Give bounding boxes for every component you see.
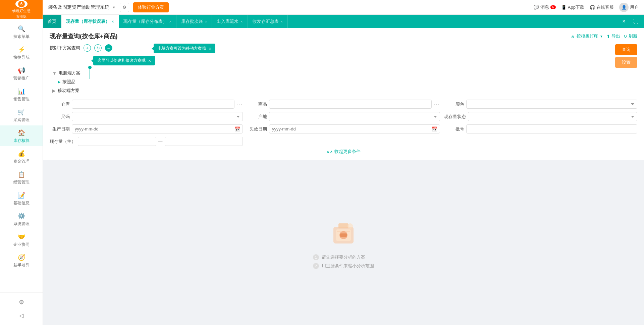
sidebar-item-system[interactable]: ⚙️ 系统管理 xyxy=(0,209,43,229)
color-select[interactable] xyxy=(466,100,637,109)
enterprise-icon: 🤝 xyxy=(17,233,25,241)
page-actions: 🖨 按模板打印 ▼ ⬆ 导出 ↻ 刷新 xyxy=(571,33,637,39)
expiry-date-input[interactable] xyxy=(269,124,440,133)
sidebar-item-marketing-label: 营销推广 xyxy=(13,75,30,81)
reset-btn[interactable]: 设置 xyxy=(615,57,637,68)
tab-flow[interactable]: 出入库流水 × xyxy=(212,15,248,28)
sidebar-item-finance[interactable]: 💰 资金管理 xyxy=(0,146,43,167)
filter-arrow-btn[interactable]: ← xyxy=(105,44,112,52)
collapse-icon: ∧∧ xyxy=(326,149,333,154)
scheme-desktop-group[interactable]: ▼ 电脑端方案 xyxy=(50,69,637,77)
sidebar-item-finance-label: 资金管理 xyxy=(13,159,30,164)
sidebar-item-sales-label: 销售管理 xyxy=(13,96,30,102)
tab-stock-status-close[interactable]: × xyxy=(112,19,114,23)
batch-input[interactable] xyxy=(466,124,637,133)
tab-stock-dist[interactable]: 现存量（库存分布表） × xyxy=(119,15,176,28)
stock-main-label: 现存量（主） xyxy=(50,139,76,145)
sidebar-item-inventory[interactable]: 🏠 库存核算 xyxy=(0,125,43,146)
tab-stock-status[interactable]: 现存量（库存状况表） × xyxy=(61,15,119,28)
production-date-field: 生产日期 📅 xyxy=(50,124,243,133)
sidebar: 6 畅通好生意 标准版 🔍 搜索菜单 ⚡ 快捷导航 📢 营销推广 📊 销售管理 … xyxy=(0,0,43,325)
sidebar-item-basic[interactable]: 📝 基础信息 xyxy=(0,188,43,209)
sidebar-item-basic-label: 基础信息 xyxy=(13,200,30,206)
size-field: 尺码 xyxy=(50,112,243,121)
tab-batch[interactable]: 库存批次账 × xyxy=(176,15,212,28)
production-date-input[interactable] xyxy=(72,124,243,133)
scheme-desktop-label: 电脑端方案 xyxy=(59,70,80,76)
tooltip-close-btn[interactable]: × xyxy=(209,46,211,51)
goods-input[interactable] xyxy=(269,100,432,109)
stock-main-from[interactable] xyxy=(78,137,156,146)
tab-flow-close[interactable]: × xyxy=(240,19,243,23)
expiry-date-label: 失效日期 xyxy=(247,126,267,132)
app-download-btn[interactable]: 📱 App下载 xyxy=(561,4,584,10)
filter-row-2: 尺码 产地 现存量状态 xyxy=(50,112,637,121)
user-btn[interactable]: 👤 用户 xyxy=(619,3,639,12)
tip-num-1: 1 xyxy=(313,254,319,260)
origin-select[interactable] xyxy=(269,112,440,121)
warehouse-dots: ··· xyxy=(236,101,243,107)
collapse-btn[interactable]: ∧∧ 收起更多条件 xyxy=(326,149,361,155)
sidebar-item-purchase-label: 采购管理 xyxy=(13,117,30,123)
batch-field: 批号 xyxy=(444,124,637,133)
expiry-date-cal-icon[interactable]: 📅 xyxy=(432,126,437,132)
scheme-arrow-icon: ▼ xyxy=(52,71,57,76)
tab-stock-status-label: 现存量（库存状况表） xyxy=(66,18,110,24)
production-date-cal-icon[interactable]: 📅 xyxy=(234,126,240,132)
sidebar-item-quicknav[interactable]: ⚡ 快捷导航 xyxy=(0,42,43,63)
svg-text:6: 6 xyxy=(20,2,22,6)
tab-summary[interactable]: 收发存汇总表 × xyxy=(248,15,288,28)
warehouse-field: 仓库 ··· xyxy=(50,100,243,109)
tooltip2-close-btn[interactable]: × xyxy=(148,58,151,63)
sidebar-item-operations-label: 经营管理 xyxy=(13,179,30,185)
tab-stock-dist-label: 现存量（库存分布表） xyxy=(123,18,167,24)
filter-refresh-btn[interactable]: ↻ xyxy=(94,44,102,52)
sidebar-item-sales[interactable]: 📊 销售管理 xyxy=(0,84,43,105)
search-btn[interactable]: 查询 xyxy=(615,44,637,55)
tab-home[interactable]: 首页 xyxy=(43,15,61,28)
size-select[interactable] xyxy=(72,112,243,121)
scheme-mobile-group[interactable]: ▶ 移动端方案 xyxy=(50,86,637,95)
page-header: 现存量查询(按仓库+商品) 🖨 按模板打印 ▼ ⬆ 导出 ↻ 刷新 xyxy=(43,28,644,40)
tab-stock-dist-close[interactable]: × xyxy=(169,19,171,23)
connector-dot xyxy=(88,66,92,69)
sidebar-item-quicknav-label: 快捷导航 xyxy=(13,55,30,60)
sidebar-item-guide-label: 新手引导 xyxy=(13,263,30,268)
filter-label: 按以下方案查询 xyxy=(50,45,80,51)
tab-summary-close[interactable]: × xyxy=(281,19,283,23)
sidebar-item-guide[interactable]: 🧭 新手引导 xyxy=(0,250,43,271)
refresh-btn[interactable]: ↻ 刷新 xyxy=(624,33,637,39)
tab-batch-close[interactable]: × xyxy=(205,19,207,23)
tabs-expand-btn[interactable]: ⛶ xyxy=(631,17,641,26)
online-service-label: 在线客服 xyxy=(596,4,614,10)
app-download-label: App下载 xyxy=(568,4,584,10)
print-btn[interactable]: 🖨 按模板打印 ▼ xyxy=(571,33,603,39)
stock-main-to[interactable] xyxy=(165,137,243,146)
warehouse-input[interactable] xyxy=(72,100,234,109)
topbar-gear-btn[interactable]: ⚙ xyxy=(120,3,129,12)
size-label: 尺码 xyxy=(50,114,70,120)
sidebar-item-purchase[interactable]: 🛒 采购管理 xyxy=(0,105,43,125)
export-btn[interactable]: ⬆ 导出 xyxy=(606,33,620,39)
sidebar-settings-btn[interactable]: ⚙ xyxy=(16,297,27,308)
sidebar-item-marketing[interactable]: 📢 营销推广 xyxy=(0,63,43,84)
quicknav-icon: ⚡ xyxy=(17,46,25,54)
tabs-close-all-btn[interactable]: × xyxy=(619,17,629,26)
sidebar-item-operations[interactable]: 📋 经营管理 xyxy=(0,167,43,188)
scheme-desktop-item-1[interactable]: ▶ 按照品 xyxy=(50,77,637,86)
message-btn[interactable]: 💬 消息 6 xyxy=(534,4,556,10)
search-icon: 🔍 xyxy=(17,25,25,33)
sidebar-item-search[interactable]: 🔍 搜索菜单 xyxy=(0,21,43,42)
sidebar-collapse-btn[interactable]: ◁ xyxy=(16,310,27,321)
phone-icon: 📱 xyxy=(561,5,567,10)
stock-status-select[interactable] xyxy=(468,112,637,121)
sidebar-item-enterprise[interactable]: 🤝 企业协同 xyxy=(0,229,43,250)
solution-btn[interactable]: 体验行业方案 xyxy=(133,2,169,12)
filter-label-row: 按以下方案查询 + ↻ ← 电脑方案可设为移动方案哦 × xyxy=(50,44,637,52)
online-service-btn[interactable]: 🎧 在线客服 xyxy=(590,4,614,10)
system-selector[interactable]: 装备及固定资产辅助管理系统 ▼ xyxy=(48,4,116,10)
search-action-buttons: 查询 设置 xyxy=(615,44,637,68)
scheme-section: 这里可以创建和修改方案哦 × ▼ 电脑端方案 ▶ 按照品 xyxy=(50,56,637,96)
filter-add-btn[interactable]: + xyxy=(84,44,91,52)
color-label: 颜色 xyxy=(444,101,464,107)
